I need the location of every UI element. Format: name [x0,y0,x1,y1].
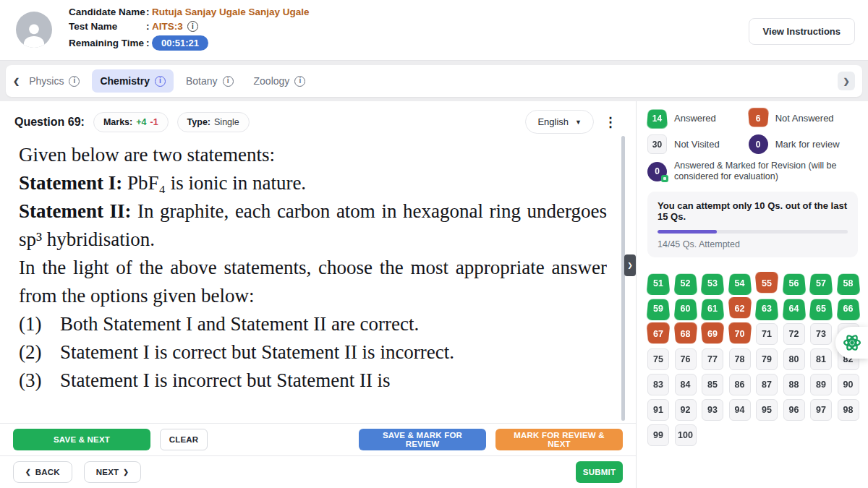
palette-cell-72[interactable]: 72 [783,323,805,345]
test-name-value: AITS:3 [152,21,310,32]
info-icon[interactable] [294,76,305,87]
palette-cell-68[interactable]: 68 [675,323,697,345]
palette-cell-94[interactable]: 94 [729,399,751,421]
palette-cell-70[interactable]: 70 [729,323,751,345]
tab-scroll-left-icon[interactable]: ❮ [13,77,20,86]
palette-cell-98[interactable]: 98 [838,399,859,421]
palette-cell-67[interactable]: 67 [647,323,669,345]
test-info-icon[interactable] [187,21,198,32]
cell-number: 92 [681,405,691,415]
palette-cell-83[interactable]: 83 [647,374,669,395]
palette-cell-95[interactable]: 95 [756,399,778,421]
info-icon[interactable] [223,76,234,87]
question-scrollbar[interactable] [621,136,625,421]
save-mark-review-button[interactable]: SAVE & MARK FOR REVIEW [359,429,486,450]
cell-number: 64 [789,304,799,314]
palette-cell-76[interactable]: 76 [675,348,697,370]
palette-cell-99[interactable]: 99 [647,424,669,446]
palette-cell-61[interactable]: 61 [702,298,723,320]
legend-shape-answered: 14 [647,108,667,128]
tab-botany[interactable]: Botany [178,69,242,93]
cell-number: 55 [762,278,772,288]
cell-number: 62 [735,304,745,314]
palette-cell-59[interactable]: 59 [647,298,669,320]
cell-number: 57 [816,278,826,288]
tab-label: Chemistry [100,75,149,87]
palette-cell-100[interactable]: 100 [675,424,697,446]
palette-cell-64[interactable]: 64 [783,298,805,320]
chevron-right-icon: ❯ [123,468,129,476]
question-title: Question 69: [14,116,85,129]
clear-button[interactable]: CLEAR [160,429,208,450]
collapse-panel-button[interactable]: ❯ [624,254,636,276]
palette-cell-77[interactable]: 77 [702,348,723,370]
palette-cell-54[interactable]: 54 [729,273,751,294]
answered-mini-badge [661,175,668,182]
palette-cell-86[interactable]: 86 [729,374,751,395]
brand-pill[interactable] [835,327,868,359]
tab-physics[interactable]: Physics [21,69,88,93]
info-icon[interactable] [155,76,166,87]
cell-number: 88 [789,380,799,390]
back-label: BACK [35,468,60,476]
palette-cell-52[interactable]: 52 [675,273,697,294]
question-option: (1)Both Statement I and Statement II are… [19,310,607,338]
palette-cell-58[interactable]: 58 [838,273,859,294]
palette-cell-79[interactable]: 79 [756,348,778,370]
question-option: (2)Statement I is correct but Statement … [19,338,607,367]
colon: : [146,7,152,17]
palette-cell-75[interactable]: 75 [647,348,669,370]
palette-cell-93[interactable]: 93 [702,399,723,421]
view-instructions-button[interactable]: View Instructions [749,18,855,45]
palette-cell-96[interactable]: 96 [783,399,805,421]
type-value: Single [214,117,239,127]
palette-cell-65[interactable]: 65 [810,298,832,320]
palette-cell-55[interactable]: 55 [756,273,778,294]
info-icon[interactable] [69,76,80,87]
palette-cell-78[interactable]: 78 [729,348,751,370]
option-text: Both Statement I and Statement II are co… [60,310,607,338]
mark-review-next-button[interactable]: MARK FOR REVIEW & NEXT [495,429,623,450]
kebab-menu-icon[interactable]: ⋮ [604,116,617,129]
palette-cell-57[interactable]: 57 [810,273,832,294]
palette-cell-92[interactable]: 92 [675,399,697,421]
palette-cell-60[interactable]: 60 [675,298,697,320]
remaining-time-badge: 00:51:21 [152,35,208,51]
next-label: NEXT [96,468,119,476]
palette-cell-80[interactable]: 80 [783,348,805,370]
palette-cell-69[interactable]: 69 [702,323,723,345]
palette-cell-71[interactable]: 71 [756,323,778,345]
palette-cell-63[interactable]: 63 [756,298,778,320]
tab-chemistry[interactable]: Chemistry [92,69,173,93]
next-button[interactable]: NEXT ❯ [84,461,141,483]
palette-cell-84[interactable]: 84 [675,374,697,395]
palette-cell-97[interactable]: 97 [810,399,832,421]
cell-number: 81 [816,354,826,364]
palette-cell-87[interactable]: 87 [756,374,778,395]
palette-cell-91[interactable]: 91 [647,399,669,421]
legend-item-answered: 14Answered [647,108,749,128]
question-options: (1)Both Statement I and Statement II are… [19,310,607,395]
tab-zoology[interactable]: Zoology [246,69,314,93]
palette-cell-62[interactable]: 62 [729,298,751,320]
statement-1: Statement I: PbF₄ is ionic in nature. [19,169,607,197]
language-dropdown[interactable]: English ▼ [525,110,594,134]
palette-cell-89[interactable]: 89 [810,374,832,395]
palette-cell-81[interactable]: 81 [810,348,832,370]
option-number: (1) [19,310,60,338]
palette-cell-66[interactable]: 66 [838,298,859,320]
palette-cell-53[interactable]: 53 [702,273,723,294]
palette-cell-73[interactable]: 73 [810,323,832,345]
palette-cell-85[interactable]: 85 [702,374,723,395]
legend-label: Mark for review [775,139,840,150]
back-button[interactable]: ❮ BACK [13,461,72,483]
tab-scroll-right-icon[interactable]: ❯ [838,72,855,90]
palette-cell-56[interactable]: 56 [783,273,805,294]
cell-number: 73 [816,329,826,339]
palette-cell-88[interactable]: 88 [783,374,805,395]
palette-cell-90[interactable]: 90 [838,374,859,395]
palette-cell-51[interactable]: 51 [647,273,669,294]
option-number: (2) [19,338,60,367]
save-next-button[interactable]: SAVE & NEXT [13,429,150,450]
submit-button[interactable]: SUBMIT [576,461,623,483]
